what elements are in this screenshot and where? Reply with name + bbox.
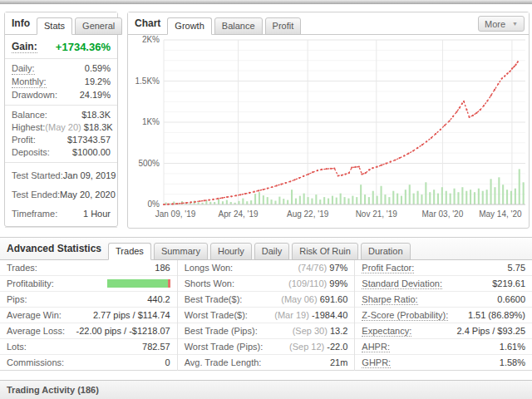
stats-row: Z-Score (Probability):1.51 (86.89%) — [355, 308, 532, 323]
stats-row-value: (Mar 19) -1984.40 — [274, 310, 347, 320]
stats-row-label: Best Trade($): — [185, 294, 243, 304]
stats-row: Standard Deviation:$219.61 — [355, 276, 532, 292]
tab-summary[interactable]: Summary — [154, 243, 208, 260]
info-row-label: Balance: — [12, 110, 47, 121]
stats-row-value-prefix: (Sep 12) — [289, 342, 327, 352]
stats-row-value: (109/110) 99% — [288, 278, 347, 288]
gain-value: +1734.36% — [56, 41, 111, 53]
info-row-value: 0.59% — [85, 63, 111, 75]
gain-label: Gain: — [12, 41, 37, 53]
advanced-statistics-table: Trades:186Profitability:Pips:440.2Averag… — [0, 260, 532, 371]
stats-row-label: Best Trade (Pips): — [185, 326, 258, 336]
stats-row: AHPR:1.61% — [355, 339, 532, 355]
info-row-label: Test Started: — [12, 170, 63, 181]
trading-activity-title: Trading Activity (186) — [7, 385, 99, 395]
stats-row: Lots:782.57 — [0, 339, 177, 355]
stats-row-value: 782.57 — [142, 342, 170, 352]
tab-risk-of-ruin[interactable]: Risk Of Ruin — [292, 243, 358, 260]
more-button-label: More — [485, 19, 505, 29]
stats-row: Avg. Trade Length:21m — [178, 355, 355, 371]
stats-column: Profit Factor:5.75Standard Deviation:$21… — [355, 260, 532, 371]
info-row-value: May 20, 2020 — [60, 190, 116, 200]
stats-row-value-prefix: (May 06) — [281, 294, 319, 304]
stats-row-label: Profit Factor: — [362, 263, 414, 273]
svg-text:2K%: 2K% — [142, 35, 160, 44]
info-row-value-prefix: (May 20) — [45, 122, 83, 132]
info-row-label: Drawdown: — [12, 90, 57, 101]
profitability-bar-loss — [168, 279, 170, 288]
stats-row: Commissions:0 — [0, 355, 177, 371]
stats-row-label: Longs Won: — [185, 263, 234, 273]
stats-row-label: Average Win: — [7, 310, 62, 320]
stats-row-value: $219.61 — [492, 278, 525, 288]
info-row-value: 24.19% — [80, 90, 111, 101]
tab-growth[interactable]: Growth — [167, 17, 211, 35]
stats-row-value-prefix: (Mar 19) — [274, 310, 312, 320]
stats-row: Expectancy:2.4 Pips / $93.25 — [355, 323, 532, 339]
info-row: Balance:$18.3K — [5, 109, 117, 121]
svg-text:Nov 21, '19: Nov 21, '19 — [356, 209, 398, 219]
stats-row-label: Expectancy: — [362, 326, 411, 337]
info-row-value: 19.2% — [85, 76, 111, 88]
stats-row-label: Profitability: — [7, 278, 54, 288]
stats-row: Worst Trade($):(Mar 19) -1984.40 — [178, 308, 355, 323]
chevron-down-icon: ▼ — [512, 21, 518, 27]
stats-row-value: 0 — [165, 357, 170, 367]
stats-row: Pips:440.2 — [0, 292, 177, 308]
chart-panel-title: Chart — [135, 17, 160, 29]
stats-row-label: Pips: — [7, 294, 27, 304]
stats-row-label: Average Loss: — [7, 326, 65, 336]
tab-trades[interactable]: Trades — [108, 243, 151, 260]
info-tabs: StatsGeneral — [37, 17, 125, 34]
info-row-label: Daily: — [12, 63, 35, 75]
stats-row-label: GHPR: — [362, 357, 391, 368]
tab-profit[interactable]: Profit — [265, 17, 302, 35]
stats-row: Best Trade($):(May 06) 691.60 — [178, 292, 355, 308]
info-row-label: Highest: — [12, 122, 45, 133]
info-row-value: Jan 09, 2019 — [63, 170, 116, 181]
trading-activity-header[interactable]: Trading Activity (186) — [0, 380, 532, 399]
stats-row-label: Shorts Won: — [185, 278, 234, 288]
tab-duration[interactable]: Duration — [361, 243, 411, 260]
stats-row-value: (Sep 12) -22.0 — [289, 342, 347, 352]
advanced-statistics-tabs: TradesSummaryHourlyDailyRisk Of RuinDura… — [108, 243, 412, 259]
stats-row-label: Standard Deviation: — [362, 278, 442, 289]
svg-text:Aug 22, '19: Aug 22, '19 — [287, 209, 329, 219]
svg-text:1K%: 1K% — [142, 117, 160, 126]
info-row: Profit:$17343.57 — [5, 134, 117, 146]
stats-row-value-prefix: (74/76) — [298, 263, 329, 273]
info-row: Timeframe:1 Hour — [5, 204, 117, 224]
stats-row-value: 5.75 — [508, 263, 525, 273]
info-row: Deposits:$1000.00 — [5, 146, 117, 159]
stats-row-value-prefix: (Sep 30) — [293, 326, 330, 336]
stats-row-value: 1.51 (86.89%) — [468, 310, 525, 320]
tab-general[interactable]: General — [75, 17, 122, 35]
stats-row-label: Lots: — [7, 342, 27, 352]
stats-row-label: Avg. Trade Length: — [185, 357, 262, 367]
stats-row-value: 440.2 — [147, 294, 170, 304]
chart-panel-header: Chart GrowthBalanceProfit More ▼ — [128, 12, 529, 35]
tab-stats[interactable]: Stats — [37, 17, 72, 35]
stats-row-label: Trades: — [7, 263, 37, 273]
tab-balance[interactable]: Balance — [214, 17, 263, 35]
growth-chart: 0%500%1K%1.5K%2K%Jan 09, '19Apr 24, '19A… — [128, 34, 529, 228]
stats-row: Sharpe Ratio:0.6600 — [355, 292, 532, 308]
info-row-label: Profit: — [12, 135, 36, 145]
stats-row-label: AHPR: — [362, 342, 390, 352]
tab-hourly[interactable]: Hourly — [210, 243, 252, 260]
stats-row: Trades:186 — [0, 260, 177, 276]
stats-row: Average Loss:-22.00 pips / -$1218.07 — [0, 323, 177, 339]
info-row-value: $1000.00 — [72, 147, 111, 158]
chart-tabs: GrowthBalanceProfit — [167, 17, 303, 34]
info-panel-header: Info StatsGeneral — [5, 12, 117, 35]
stats-row: Profit Factor:5.75 — [355, 260, 532, 276]
info-row-label: Deposits: — [12, 147, 50, 158]
info-row-value: $18.3K — [81, 110, 111, 121]
more-button[interactable]: More ▼ — [478, 16, 525, 32]
info-stats-groups: Daily:0.59%Monthly:19.2%Drawdown:24.19%B… — [5, 58, 117, 254]
tab-daily[interactable]: Daily — [254, 243, 289, 260]
stats-row-value: -22.00 pips / -$1218.07 — [76, 326, 170, 336]
info-row: Highest:(May 20) $18.3K — [5, 121, 117, 134]
svg-text:May 14, '20: May 14, '20 — [479, 209, 522, 219]
stats-row-label: Commissions: — [7, 357, 64, 367]
